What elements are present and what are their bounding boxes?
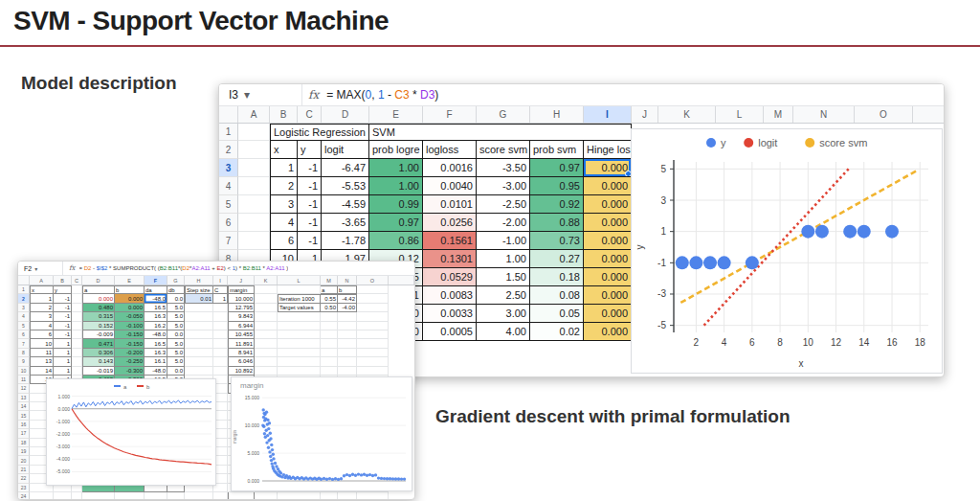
- cell[interactable]: [185, 367, 213, 376]
- field-header-logloss[interactable]: logloss: [423, 141, 477, 159]
- cell[interactable]: [213, 492, 228, 500]
- cell[interactable]: [255, 322, 278, 330]
- cell[interactable]: 0.0256: [423, 214, 477, 232]
- cell[interactable]: 6: [270, 232, 298, 250]
- field-header-logit[interactable]: logit: [322, 141, 369, 159]
- column-header-M[interactable]: M: [321, 276, 338, 285]
- cell[interactable]: b: [115, 285, 145, 294]
- cell[interactable]: 16.1: [145, 357, 167, 366]
- cell[interactable]: 1.00: [369, 177, 423, 195]
- cell[interactable]: 0.50: [321, 304, 338, 312]
- cell[interactable]: [278, 285, 321, 294]
- cell[interactable]: -0.019: [82, 367, 115, 376]
- cell[interactable]: -48.0: [145, 367, 167, 376]
- name-box-caret-icon[interactable]: ▾: [34, 265, 37, 272]
- cell[interactable]: 16.5: [145, 304, 167, 312]
- cell[interactable]: 0.95: [530, 177, 584, 195]
- cell[interactable]: C: [213, 285, 228, 294]
- cell[interactable]: 0.480: [82, 304, 115, 312]
- cell[interactable]: [30, 492, 54, 500]
- cell[interactable]: 0.86: [369, 232, 423, 250]
- cell[interactable]: -3.00: [477, 177, 530, 195]
- cell[interactable]: [357, 322, 389, 330]
- row-header-7[interactable]: 7: [219, 232, 238, 250]
- cell[interactable]: 0.143: [82, 357, 115, 366]
- main-embedded-chart[interactable]: -5-3-113524681012141618xyylogitscore svm: [631, 128, 943, 374]
- cell[interactable]: 5.0: [167, 349, 185, 357]
- cell[interactable]: [278, 339, 321, 348]
- row-header-11[interactable]: 11: [18, 376, 30, 384]
- cell[interactable]: [238, 214, 270, 232]
- cell[interactable]: 2: [30, 304, 54, 312]
- row-header-4[interactable]: 4: [18, 312, 30, 321]
- row-header-6[interactable]: 6: [219, 214, 238, 232]
- column-header-H[interactable]: H: [185, 276, 213, 285]
- cell[interactable]: 10.892: [228, 367, 255, 376]
- cell[interactable]: 0.000: [115, 304, 145, 312]
- column-header-O[interactable]: O: [855, 106, 913, 123]
- cell[interactable]: 10: [30, 339, 54, 348]
- cell[interactable]: 10.455: [228, 330, 255, 339]
- cell[interactable]: Target values: [278, 304, 321, 312]
- cell[interactable]: 0.0016: [423, 159, 477, 177]
- row-header-19[interactable]: 19: [18, 447, 30, 456]
- column-header-A[interactable]: A: [30, 276, 54, 285]
- field-header-Hinge-loss[interactable]: Hinge loss: [584, 141, 632, 159]
- cell[interactable]: [321, 367, 338, 376]
- cell[interactable]: 2.50: [477, 286, 530, 305]
- row-header-21[interactable]: 21: [18, 466, 30, 474]
- cell[interactable]: 0.000: [82, 294, 115, 303]
- field-header-prob-svm[interactable]: prob svm: [530, 141, 584, 159]
- cell[interactable]: [255, 357, 278, 366]
- cell[interactable]: [278, 349, 321, 357]
- cell[interactable]: 0.000: [584, 214, 632, 232]
- cell[interactable]: [255, 349, 278, 357]
- cell[interactable]: b: [338, 285, 357, 294]
- cell[interactable]: 5.0: [167, 357, 185, 366]
- cell[interactable]: a: [321, 285, 338, 294]
- cell[interactable]: -1: [54, 304, 72, 312]
- cell[interactable]: [338, 349, 357, 357]
- field-header-x[interactable]: x: [270, 141, 298, 159]
- ab-convergence-chart[interactable]: 1.0000.000-1.000-2.000-3.000-4.000-5.000…: [46, 378, 216, 486]
- column-header-C[interactable]: C: [72, 276, 82, 285]
- cell[interactable]: -1.78: [322, 232, 369, 250]
- cell[interactable]: [255, 367, 278, 376]
- cell[interactable]: [338, 330, 357, 339]
- row-header-3[interactable]: 3: [219, 159, 238, 177]
- cell[interactable]: [72, 367, 82, 376]
- cell[interactable]: [72, 285, 82, 294]
- cell[interactable]: 6.046: [228, 357, 255, 366]
- cell[interactable]: 0.000: [584, 195, 632, 214]
- cell[interactable]: 16.3: [145, 349, 167, 357]
- cell[interactable]: 8.941: [228, 349, 255, 357]
- cell[interactable]: 1.00: [477, 250, 530, 268]
- cell[interactable]: [238, 124, 270, 141]
- cell[interactable]: [213, 330, 228, 339]
- cell[interactable]: [213, 312, 228, 321]
- cell[interactable]: 1: [30, 294, 54, 303]
- field-header-score-svm[interactable]: score svm: [477, 141, 530, 159]
- cell[interactable]: [185, 304, 213, 312]
- cell[interactable]: -48.0: [145, 330, 167, 339]
- cell[interactable]: 0.000: [584, 177, 632, 195]
- cell[interactable]: 0.18: [530, 268, 584, 286]
- cell[interactable]: -0.200: [115, 349, 145, 357]
- row-header-10[interactable]: 10: [18, 367, 30, 376]
- cell[interactable]: 0.73: [530, 232, 584, 250]
- cell[interactable]: [72, 357, 82, 366]
- name-box-caret-icon[interactable]: ▾: [244, 88, 250, 102]
- cell[interactable]: [357, 492, 389, 500]
- row-header-6[interactable]: 6: [18, 330, 30, 339]
- cell[interactable]: 5.0: [167, 339, 185, 348]
- row-header-13[interactable]: 13: [18, 394, 30, 402]
- cell[interactable]: [357, 330, 389, 339]
- cell[interactable]: 11: [30, 349, 54, 357]
- column-header-J[interactable]: J: [632, 106, 658, 123]
- cell[interactable]: [278, 367, 321, 376]
- cell[interactable]: x: [30, 285, 54, 294]
- column-header-N[interactable]: N: [338, 276, 357, 285]
- cell[interactable]: [228, 492, 255, 500]
- cell[interactable]: [321, 312, 338, 321]
- cell[interactable]: [338, 322, 357, 330]
